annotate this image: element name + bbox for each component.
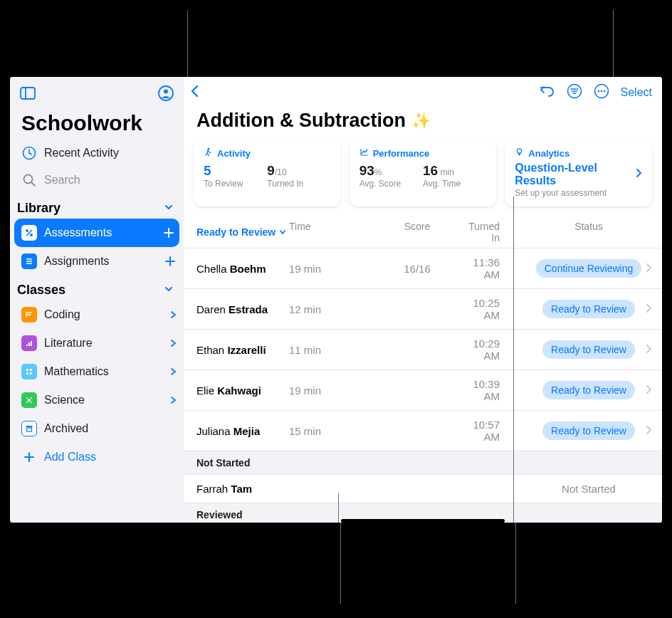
chevron-right-icon	[635, 168, 642, 181]
chevron-right-icon	[646, 344, 652, 356]
metric-label: Avg. Score	[359, 179, 423, 189]
percent-icon	[21, 225, 37, 241]
svg-rect-0	[21, 88, 35, 99]
sidebar-item-label: Coding	[44, 308, 80, 321]
metric-label: To Review	[204, 179, 267, 189]
table-row[interactable]: Farrah Tam Not Started	[184, 474, 662, 503]
status-pill[interactable]: Ready to Review	[542, 421, 635, 440]
lightbulb-icon	[515, 147, 524, 159]
question-level-link[interactable]: Question-Level Results	[515, 162, 635, 187]
plus-icon	[21, 449, 37, 465]
main-content: Select Addition & Subtraction ✨ Activity…	[184, 77, 662, 523]
metric-turned-in-value: 9	[267, 163, 275, 178]
table-row[interactable]: Daren Estrada 12 min 10:25 AM Ready to R…	[184, 288, 662, 329]
svg-point-3	[164, 90, 168, 94]
sidebar-item-label: Search	[44, 174, 80, 187]
svg-point-25	[26, 397, 28, 399]
page-title: Addition & Subtraction ✨	[184, 103, 662, 140]
chevron-down-icon	[164, 201, 174, 216]
sidebar-section-library[interactable]: Library	[10, 194, 184, 219]
svg-point-38	[597, 90, 599, 93]
sidebar-item-class[interactable]: Literature	[10, 329, 184, 357]
svg-rect-23	[30, 372, 32, 375]
sidebar-item-label: Mathematics	[44, 365, 109, 378]
back-button[interactable]	[189, 83, 201, 102]
analytics-desc: Set up your assessment	[515, 188, 642, 198]
sidebar-toggle-icon[interactable]	[20, 85, 36, 101]
table-row[interactable]: Elie Kahwagi 19 min 10:39 AM Ready to Re…	[184, 370, 662, 410]
card-activity[interactable]: Activity 5 To Review 9/10 Turned In	[194, 140, 341, 206]
sidebar-item-class[interactable]: Coding	[10, 300, 184, 329]
sidebar-item-label: Archived	[44, 422, 88, 435]
col-score[interactable]: Score	[374, 221, 460, 243]
chevron-right-icon	[169, 310, 177, 320]
col-turned-in[interactable]: Turned In	[460, 221, 528, 243]
plus-icon[interactable]	[164, 255, 177, 268]
table-row[interactable]: Chella Boehm 19 min 16/16 11:36 AM Conti…	[184, 248, 662, 288]
app-title: Schoolwork	[10, 104, 184, 140]
svg-point-28	[31, 402, 32, 403]
svg-point-27	[26, 402, 28, 403]
more-icon[interactable]	[594, 83, 609, 102]
svg-rect-29	[26, 426, 33, 427]
status-pill[interactable]: Ready to Review	[542, 340, 635, 359]
status-pill[interactable]: Ready to Review	[542, 300, 635, 318]
person-walk-icon	[204, 147, 213, 159]
chart-line-icon	[359, 147, 369, 159]
class-icon	[21, 364, 37, 379]
sidebar-item-label: Literature	[44, 337, 93, 350]
svg-rect-13	[26, 261, 32, 262]
sidebar-item-class[interactable]: Science	[10, 386, 184, 414]
table-row[interactable]: Ethan Izzarelli 11 min 10:29 AM Ready to…	[184, 329, 662, 370]
sidebar-recent-activity[interactable]: Recent Activity	[10, 140, 184, 167]
sidebar-item-label: Assessments	[44, 226, 112, 239]
col-status[interactable]: Status	[528, 221, 649, 243]
svg-point-40	[603, 90, 605, 93]
sidebar-section-classes[interactable]: Classes	[10, 276, 184, 300]
card-analytics[interactable]: Analytics Question-Level Results Set up …	[505, 140, 652, 206]
table-row[interactable]: Juliana Mejia 15 min 10:57 AM Ready to R…	[184, 410, 662, 451]
svg-rect-17	[26, 345, 28, 346]
sidebar-item-assignments[interactable]: Assignments	[10, 247, 184, 276]
metric-label: Turned In	[267, 179, 330, 189]
svg-rect-21	[30, 369, 32, 371]
svg-point-41	[208, 148, 210, 150]
sidebar-item-label: Add Class	[44, 451, 96, 464]
sidebar-item-archived[interactable]: Archived	[10, 414, 184, 443]
col-time[interactable]: Time	[289, 221, 374, 243]
sidebar: Schoolwork Recent Activity Search Librar…	[10, 77, 184, 523]
clock-icon	[21, 145, 37, 161]
undo-icon[interactable]	[540, 84, 555, 101]
col-sort[interactable]: Ready to Review	[196, 221, 289, 243]
sidebar-add-class[interactable]: Add Class	[10, 443, 184, 471]
svg-point-7	[26, 229, 28, 232]
svg-rect-20	[26, 369, 28, 371]
account-icon[interactable]	[158, 85, 174, 101]
sidebar-item-class[interactable]: Mathematics	[10, 357, 184, 386]
metric-avg-time-value: 16	[423, 163, 438, 178]
svg-rect-43	[518, 154, 520, 156]
class-icon	[21, 392, 37, 408]
svg-rect-22	[26, 372, 28, 375]
metric-to-review-value: 5	[204, 163, 267, 179]
chevron-right-icon	[646, 303, 652, 315]
section-not-started: Not Started	[184, 451, 662, 474]
card-performance[interactable]: Performance 93% Avg. Score 16 min Avg. T…	[350, 140, 497, 206]
table-header: Ready to Review Time Score Turned In Sta…	[184, 216, 662, 248]
svg-point-39	[600, 90, 602, 93]
metric-label: Avg. Time	[423, 179, 486, 189]
select-button[interactable]: Select	[621, 86, 652, 99]
sidebar-item-label: Assignments	[44, 255, 110, 268]
sidebar-item-assessments[interactable]: Assessments	[14, 219, 179, 247]
svg-rect-19	[31, 341, 32, 346]
status-pill[interactable]: Ready to Review	[542, 381, 635, 399]
filter-icon[interactable]	[567, 83, 582, 102]
svg-point-26	[31, 397, 32, 399]
status-pill[interactable]: Continue Reviewing	[536, 259, 642, 278]
search-icon	[21, 172, 37, 188]
sidebar-item-label: Science	[44, 394, 85, 407]
svg-point-24	[28, 399, 31, 402]
sidebar-search[interactable]: Search	[10, 167, 184, 194]
plus-icon[interactable]	[162, 226, 175, 239]
home-indicator	[341, 519, 505, 523]
